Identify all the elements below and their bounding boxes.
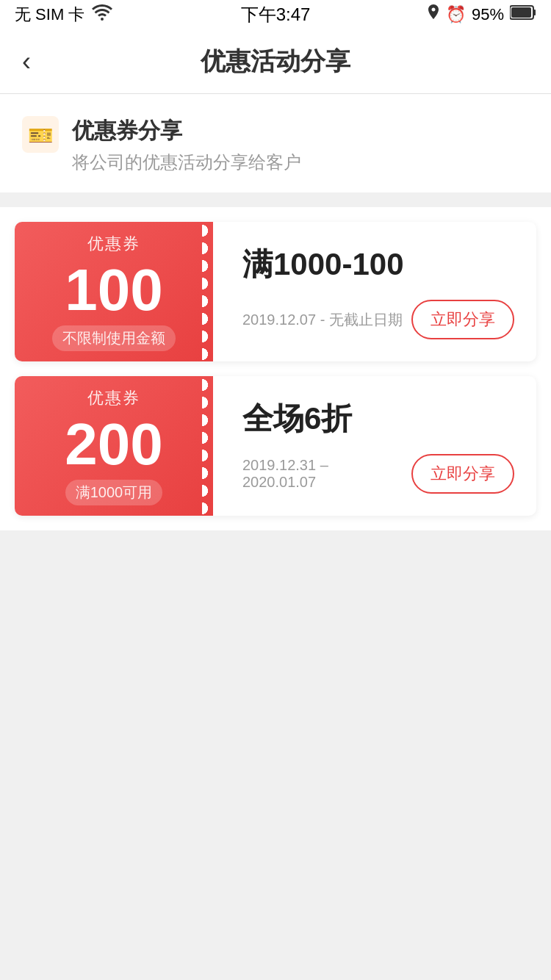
alarm-icon: ⏰ xyxy=(446,5,466,24)
battery-icon xyxy=(510,5,536,24)
coupon-condition-2: 满1000可用 xyxy=(65,480,163,505)
share-button-1[interactable]: 立即分享 xyxy=(411,300,514,339)
no-sim-text: 无 SIM 卡 xyxy=(15,4,84,26)
coupon-name-2: 全场6折 xyxy=(242,398,514,439)
coupon-date-1: 2019.12.07 - 无截止日期 xyxy=(242,310,404,330)
coupon-amount-2: 200 xyxy=(65,415,162,474)
svg-rect-2 xyxy=(511,7,531,18)
svg-rect-1 xyxy=(533,10,536,15)
coupon-share-icon: 🎫 xyxy=(22,116,59,153)
coupon-label-2: 优惠券 xyxy=(87,387,140,409)
coupon-label-1: 优惠券 xyxy=(87,233,140,255)
coupon-card-1: 优惠券 100 不限制使用金额 满1000-100 2019.12.07 - 无… xyxy=(15,222,536,361)
coupon-left-2: 优惠券 200 满1000可用 xyxy=(15,376,213,516)
section-header: 🎫 优惠券分享 将公司的优惠活动分享给客户 xyxy=(0,94,551,192)
wifi-icon xyxy=(92,4,112,25)
coupon-right-1: 满1000-100 2019.12.07 - 无截止日期 立即分享 xyxy=(213,222,536,361)
share-button-2[interactable]: 立即分享 xyxy=(411,454,514,494)
coupon-list: 优惠券 100 不限制使用金额 满1000-100 2019.12.07 - 无… xyxy=(0,207,551,530)
coupon-date-2: 2019.12.31 – 2020.01.07 xyxy=(242,457,404,491)
location-icon xyxy=(427,4,440,25)
status-bar: 无 SIM 卡 下午3:47 ⏰ 95% xyxy=(0,0,551,29)
nav-title: 优惠活动分享 xyxy=(201,45,350,79)
nav-bar: ‹ 优惠活动分享 xyxy=(0,29,551,94)
section-subtitle: 将公司的优惠活动分享给客户 xyxy=(72,151,301,174)
status-left: 无 SIM 卡 xyxy=(15,4,112,26)
coupon-condition-1: 不限制使用金额 xyxy=(52,325,176,351)
coupon-bottom-row-1: 2019.12.07 - 无截止日期 立即分享 xyxy=(242,300,514,339)
coupon-card-2: 优惠券 200 满1000可用 全场6折 2019.12.31 – 2020.0… xyxy=(15,376,536,516)
section-title: 优惠券分享 xyxy=(72,116,301,146)
empty-area xyxy=(0,530,551,898)
section-text-group: 优惠券分享 将公司的优惠活动分享给客户 xyxy=(72,116,301,174)
status-time: 下午3:47 xyxy=(241,3,311,26)
status-right: ⏰ 95% xyxy=(427,4,536,25)
coupon-right-2: 全场6折 2019.12.31 – 2020.01.07 立即分享 xyxy=(213,376,536,516)
coupon-name-1: 满1000-100 xyxy=(242,244,514,285)
battery-percent: 95% xyxy=(472,5,504,24)
svg-text:🎫: 🎫 xyxy=(28,123,54,148)
back-button[interactable]: ‹ xyxy=(22,46,31,77)
coupon-left-1: 优惠券 100 不限制使用金额 xyxy=(15,222,213,361)
coupon-amount-1: 100 xyxy=(65,261,162,320)
coupon-bottom-row-2: 2019.12.31 – 2020.01.07 立即分享 xyxy=(242,454,514,494)
